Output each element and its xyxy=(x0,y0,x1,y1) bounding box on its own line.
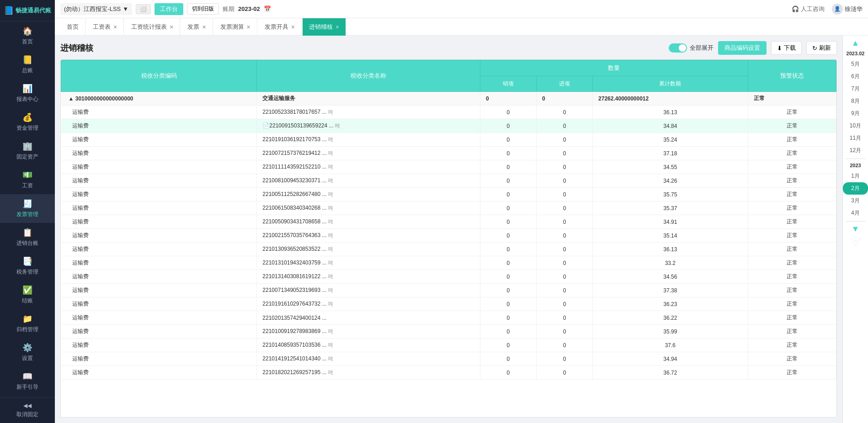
row-total: 27262.40000000012 xyxy=(593,92,748,106)
sidebar-item-archive[interactable]: 📁 归档管理 xyxy=(0,309,55,338)
row-purchase: 0 xyxy=(537,366,593,380)
tab-invoice-open[interactable]: 发票开具 × xyxy=(258,18,302,36)
service-button[interactable]: 🎧 人工咨询 xyxy=(792,5,825,13)
calendar-month-5[interactable]: 5月 xyxy=(843,58,868,70)
row-name: 运输费 xyxy=(61,311,257,325)
period-value: 2023-02 xyxy=(238,5,260,12)
sidebar-item-settings[interactable]: ⚙️ 设置 xyxy=(0,338,55,367)
tab-payroll-report[interactable]: 工资统计报表 × xyxy=(125,18,180,36)
table-row: 运输费 2210081009453230371 ... 吨 0 0 34.26 … xyxy=(61,174,836,188)
row-name: 运输费 xyxy=(61,160,257,174)
row-invoice: 2210050903431708658 ... 吨 xyxy=(257,215,480,229)
workspace-button[interactable]: 工作台 xyxy=(154,3,183,15)
calendar-icon[interactable]: 📅 xyxy=(264,5,271,12)
row-sales: 0 xyxy=(480,243,536,256)
tab-invoice-calc[interactable]: 发票测算 × xyxy=(214,18,257,36)
home-icon: 🏠 xyxy=(22,26,32,36)
row-total: 35.99 xyxy=(593,325,748,338)
file-icon: 📄 xyxy=(262,122,269,129)
avatar: 👤 xyxy=(832,4,843,15)
calendar-month-10[interactable]: 10月 xyxy=(843,120,868,132)
sidebar-item-salary[interactable]: 💵 工资 xyxy=(0,165,55,194)
sidebar-item-tax[interactable]: 📑 税务管理 xyxy=(0,252,55,280)
tab-invoice[interactable]: 发票 × xyxy=(181,18,213,36)
tab-close-icon[interactable]: × xyxy=(247,24,250,30)
table-row: 运输费 2210052338178017657 ... 吨 0 0 36.13 … xyxy=(61,106,836,119)
calendar-month-12[interactable]: 12月 xyxy=(843,144,868,157)
row-code: ▲ 3010000000000000000 xyxy=(61,92,257,106)
sidebar-item-settle[interactable]: ✅ 结账 xyxy=(0,280,55,309)
right-calendar-sidebar: ▲ 2023.02 5月 6月 7月 8月 9月 10月 11月 12月 202… xyxy=(842,36,868,423)
download-button[interactable]: ⬇ 下载 xyxy=(771,41,802,55)
report-icon: 📊 xyxy=(22,84,32,94)
copy-button[interactable]: ⬜ xyxy=(136,4,151,14)
content-main: 进销稽核 全部展开 商品编码设置 ⬇ 下载 ↻ 刷 xyxy=(55,36,842,423)
tab-close-icon[interactable]: × xyxy=(113,24,117,30)
row-status: 正常 xyxy=(748,174,836,188)
row-total: 34.94 xyxy=(593,352,748,366)
tab-home[interactable]: 首页 xyxy=(60,18,85,36)
calendar-curr-year: 2023 xyxy=(849,161,862,170)
calendar-month-11[interactable]: 11月 xyxy=(843,132,868,144)
heart-icon: ♡ xyxy=(852,238,859,249)
row-status: 正常 xyxy=(748,215,836,229)
calendar-month-9[interactable]: 9月 xyxy=(843,107,868,120)
tab-label: 工资表 xyxy=(93,23,111,31)
user-name: 徐涟华 xyxy=(845,5,863,13)
row-purchase: 0 xyxy=(537,270,593,284)
row-name: 运输费 xyxy=(61,229,257,243)
sidebar-item-home[interactable]: 🏠 首页 xyxy=(0,21,55,50)
sidebar-item-sales[interactable]: 📋 进销台账 xyxy=(0,223,55,252)
sidebar-item-guide[interactable]: 📖 新手引导 xyxy=(0,367,55,396)
expand-toggle[interactable] xyxy=(669,43,687,53)
sidebar-item-funds[interactable]: 💰 资金管理 xyxy=(0,108,55,137)
switch-button[interactable]: 切到旧版 xyxy=(187,3,219,15)
calendar-month-8[interactable]: 8月 xyxy=(843,95,868,107)
calendar-month-3[interactable]: 3月 xyxy=(843,195,868,207)
calendar-divider xyxy=(846,159,866,159)
table-row: 运输费 2210131403081619122 ... 吨 0 0 34.56 … xyxy=(61,270,836,284)
goods-code-button[interactable]: 商品编码设置 xyxy=(718,41,767,55)
table-row: 运输费 2210051125282667480 ... 吨 0 0 35.75 … xyxy=(61,188,836,201)
tab-payroll[interactable]: 工资表 × xyxy=(86,18,124,36)
calendar-month-4[interactable]: 4月 xyxy=(843,207,868,219)
row-invoice: 📄2210091503139659224 ... 吨 xyxy=(257,119,480,133)
tab-close-icon[interactable]: × xyxy=(170,24,173,30)
calendar-month-1[interactable]: 1月 xyxy=(843,170,868,182)
sidebar-item-label: 总账 xyxy=(22,67,33,74)
salary-icon: 💵 xyxy=(22,170,32,180)
table-row: 运输费 2210130936520853522 ... 吨 0 0 36.13 … xyxy=(61,243,836,256)
company-dropdown-icon: ▼ xyxy=(122,5,128,12)
user-menu[interactable]: 👤 徐涟华 xyxy=(832,4,863,15)
row-purchase: 0 xyxy=(537,243,593,256)
tab-sales-check[interactable]: 进销稽核 × xyxy=(303,18,346,36)
company-selector[interactable]: (勿动）江西报宝-LSS ▼ xyxy=(60,3,132,15)
calendar-month-7[interactable]: 7月 xyxy=(843,83,868,95)
row-name: 运输费 xyxy=(61,352,257,366)
refresh-button[interactable]: ↻ 刷新 xyxy=(806,41,837,55)
row-sales: 0 xyxy=(480,229,536,243)
calendar-next-arrow[interactable]: ▼ xyxy=(851,223,861,235)
row-name: 运输费 xyxy=(61,366,257,380)
period-label: 账期 xyxy=(223,5,234,13)
sidebar-item-ledger[interactable]: 📒 总账 xyxy=(0,50,55,79)
row-sales: 0 xyxy=(480,256,536,270)
row-status: 正常 xyxy=(748,188,836,201)
table-body: ▲ 3010000000000000000 交通运输服务 0 0 27262.4… xyxy=(61,92,836,380)
tab-close-icon[interactable]: × xyxy=(335,24,339,30)
th-purchase: 进项 xyxy=(537,76,593,92)
expand-toggle-row: 全部展开 xyxy=(669,43,714,53)
row-total: 35.37 xyxy=(593,201,748,215)
toggle-label: 全部展开 xyxy=(690,44,714,52)
tab-close-icon[interactable]: × xyxy=(291,24,295,30)
sidebar-unpin[interactable]: ◀◀ 取消固定 xyxy=(0,397,55,423)
sidebar-item-assets[interactable]: 🏢 固定资产 xyxy=(0,137,55,165)
sidebar-item-report[interactable]: 📊 报表中心 xyxy=(0,79,55,108)
row-purchase: 0 xyxy=(537,160,593,174)
calendar-month-2[interactable]: 2月 xyxy=(843,182,868,195)
row-purchase: 0 xyxy=(537,229,593,243)
calendar-month-6[interactable]: 6月 xyxy=(843,70,868,83)
sidebar-item-invoice[interactable]: 🧾 发票管理 xyxy=(0,194,55,223)
calendar-prev-arrow[interactable]: ▲ xyxy=(851,37,861,49)
tab-close-icon[interactable]: × xyxy=(202,24,206,30)
